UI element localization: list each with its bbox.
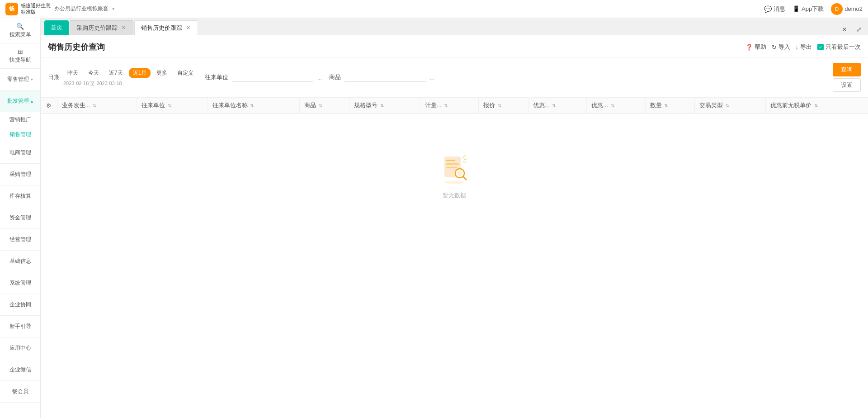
sidebar-item-sales-mgmt[interactable]: 销售管理 [0,127,40,142]
sidebar-item-new-guide[interactable]: 新手引导 [0,316,40,337]
sidebar-item-enterprise[interactable]: 企业协同 [0,294,40,316]
th-partner-code[interactable]: 往来单位 ⇅ [137,98,208,114]
sidebar-item-system[interactable]: 系统管理 [0,272,40,294]
gear-icon: ⚙ [46,102,52,109]
chevron-down-icon: ▾ [31,77,33,82]
sort-icon-partner-name: ⇅ [250,103,254,108]
empty-icon [436,150,472,186]
breadcrumb-dropdown-icon[interactable]: ▾ [112,6,115,12]
export-button[interactable]: ↓ 导出 [796,43,812,51]
sidebar-item-wechat[interactable]: 企业微信 [0,359,40,381]
sidebar-item-member[interactable]: 畅会员 [0,381,40,403]
svg-point-0 [444,180,464,184]
sidebar-item-retail-mgmt[interactable]: 零售管理 ▾ [0,69,40,90]
only-last-checkbox[interactable]: ✓ 只看最后一次 [817,43,861,51]
logo: 畅 畅捷通好生意 标准版 [5,3,51,15]
goods-filter-input[interactable] [344,73,426,82]
th-discount1[interactable]: 优惠... ⇅ [528,98,586,114]
date-btn-yesterday[interactable]: 昨天 [63,68,82,78]
filter-area: 日期 昨天 今天 近7天 近1月 更多 自定义 2023-02-18 至 202… [41,57,868,98]
th-goods[interactable]: 商品 ⇅ [300,98,349,114]
avatar: D [831,3,843,15]
sort-icon-discount1: ⇅ [552,103,556,108]
user-nav[interactable]: D demo2 [831,3,863,15]
mobile-icon: 📱 [793,5,800,12]
date-options: 昨天 今天 近7天 近1月 更多 自定义 [63,68,198,78]
sidebar-item-app-center[interactable]: 应用中心 [0,337,40,359]
tab-close-sales[interactable]: ✕ [185,25,191,31]
sidebar-item-finance[interactable]: 资金管理 [0,207,40,229]
tab-bar: 首页 采购历史价跟踪 ✕ 销售历史价跟踪 ✕ ✕ ⤢ [41,18,868,35]
checkbox-icon: ✓ [817,44,824,50]
settings-button[interactable]: 设置 [833,78,861,92]
data-table: ⚙ 业务发生... ⇅ 往来单位 ⇅ 往来单位名称 [41,98,868,114]
message-nav[interactable]: 💬 消息 [764,5,785,13]
th-gear[interactable]: ⚙ [41,98,57,114]
date-btn-custom[interactable]: 自定义 [173,68,198,78]
date-filter-label: 日期 [48,73,60,81]
import-button[interactable]: ↻ 导入 [772,43,790,51]
message-icon: 💬 [764,5,772,13]
svg-line-8 [462,155,465,158]
empty-text: 暂无数据 [443,191,466,200]
svg-line-10 [463,162,466,162]
tab-close-all-button[interactable]: ✕ [839,24,850,35]
query-button[interactable]: 查询 [833,63,861,76]
sidebar-item-ecommerce[interactable]: 电商管理 [0,142,40,164]
th-unit[interactable]: 计量... ⇅ [420,98,478,114]
goods-filter-dots[interactable]: ... [429,74,434,81]
date-btn-today[interactable]: 今天 [84,68,103,78]
source-filter-input[interactable] [232,73,313,82]
svg-line-6 [463,176,466,180]
tab-home[interactable]: 首页 [44,20,69,35]
date-btn-more[interactable]: 更多 [152,68,171,78]
th-partner-name[interactable]: 往来单位名称 ⇅ [208,98,300,114]
sidebar-item-search-menu[interactable]: 🔍 搜索菜单 [0,18,40,43]
th-pretax-price[interactable]: 优惠前无税单价 ⇅ [766,98,868,114]
svg-point-7 [457,171,462,176]
sidebar-item-purchase[interactable]: 采购管理 [0,164,40,185]
sort-icon-quote: ⇅ [498,103,501,108]
logo-icon: 畅 [5,3,18,15]
sidebar-item-inventory[interactable]: 库存核算 [0,185,40,207]
th-quantity[interactable]: 数量 ⇅ [645,98,695,114]
goods-filter-group: 商品 ... [329,73,434,82]
breadcrumb: 办公用品行业模拟账套 [54,5,108,13]
sort-icon-unit: ⇅ [444,103,448,108]
svg-rect-3 [446,163,459,165]
source-filter-dots[interactable]: ... [317,74,322,81]
sort-icon-discount2: ⇅ [611,103,614,108]
help-button[interactable]: ❓ 帮助 [745,43,766,51]
source-filter-label: 往来单位 [205,73,228,81]
tab-close-purchase[interactable]: ✕ [120,25,127,31]
sort-icon-biz-date: ⇅ [93,103,96,108]
sidebar-item-wholesale-mgmt[interactable]: 批发管理 ▴ [0,90,40,112]
tab-maximize-button[interactable]: ⤢ [854,24,864,35]
sidebar-item-marketing[interactable]: 营销推广 [0,112,40,127]
sidebar-item-operations[interactable]: 经营管理 [0,229,40,251]
sort-icon-goods: ⇅ [319,103,322,108]
page-title: 销售历史价查询 [48,42,105,52]
export-icon: ↓ [796,44,799,51]
date-btn-1month[interactable]: 近1月 [129,68,151,78]
app-download-nav[interactable]: 📱 App下载 [793,5,824,13]
date-range-display: 2023-02-18 至 2023-03-18 [63,80,198,87]
sidebar-item-basic-info[interactable]: 基础信息 [0,251,40,272]
th-biz-date[interactable]: 业务发生... ⇅ [57,98,137,114]
th-trade-type[interactable]: 交易类型 ⇅ [695,98,766,114]
svg-rect-4 [446,167,457,168]
tab-sales-history[interactable]: 销售历史价跟踪 ✕ [134,20,198,35]
tab-purchase-history[interactable]: 采购历史价跟踪 ✕ [70,20,133,35]
sort-icon-quantity: ⇅ [664,103,668,108]
svg-rect-2 [446,160,455,161]
import-icon: ↻ [772,44,777,51]
page-content: 销售历史价查询 ❓ 帮助 ↻ 导入 ↓ 导出 ✓ [41,35,868,418]
sort-icon-pretax-price: ⇅ [814,103,818,108]
sidebar-item-quick-nav[interactable]: ⊞ 快捷导航 [0,43,40,69]
th-discount2[interactable]: 优惠... ⇅ [587,98,645,114]
th-spec[interactable]: 规格型号 ⇅ [349,98,420,114]
th-quote[interactable]: 报价 ⇅ [479,98,528,114]
source-filter-group: 往来单位 ... [205,73,322,82]
date-btn-7days[interactable]: 近7天 [105,68,127,78]
svg-line-9 [464,159,467,160]
